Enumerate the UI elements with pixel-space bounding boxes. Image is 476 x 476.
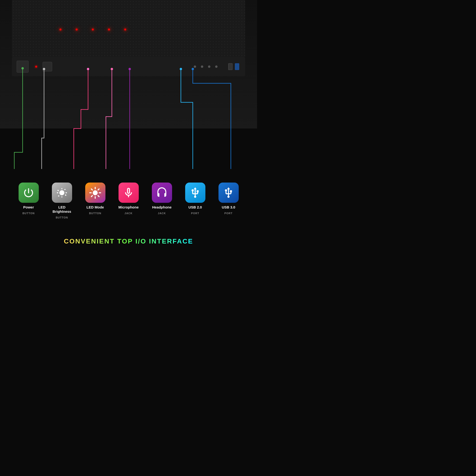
icon-item-led-brightness: LED Brightness BUTTON (49, 183, 75, 219)
usb2-icon (189, 187, 201, 199)
io-usb3-port (235, 63, 239, 70)
icon-item-power: Power BUTTON (16, 183, 42, 215)
headphone-label-main: Headphone (152, 205, 171, 209)
usb3-icon (222, 187, 235, 199)
io-panel (12, 57, 245, 76)
icon-box-usb3 (219, 183, 239, 203)
headphone-label-sub: JACK (158, 212, 166, 215)
icons-row: Power BUTTON LED Brightness BUTTON LED M… (0, 183, 257, 219)
pc-led-1 (60, 29, 61, 31)
pc-led-5 (124, 29, 126, 31)
svg-point-8 (93, 190, 98, 195)
led-brightness-label-sub: BUTTON (56, 216, 68, 219)
usb2-label-main: USB 2.0 (188, 205, 202, 209)
usb3-label-main: USB 3.0 (222, 205, 235, 209)
pc-mesh (12, 0, 245, 57)
power-icon (23, 187, 34, 199)
io-led-indicator (35, 66, 37, 68)
svg-point-7 (60, 191, 64, 194)
pc-led-2 (76, 29, 78, 31)
icon-item-headphone: Headphone JACK (149, 183, 175, 215)
usb3-label-sub: PORT (224, 212, 233, 215)
io-reset-button (43, 62, 52, 71)
icon-box-led-brightness (52, 183, 72, 203)
io-audio-port-4 (215, 66, 218, 68)
led-brightness-label-main: LED Brightness (49, 205, 75, 214)
icon-item-microphone: Microphone JACK (116, 183, 142, 215)
pc-led-4 (108, 29, 110, 31)
io-audio-port-3 (208, 66, 210, 68)
sun-icon (89, 187, 101, 199)
pc-leds (60, 29, 126, 31)
power-label-sub: BUTTON (22, 212, 35, 215)
icon-item-led-mode: LED Mode BUTTON (82, 183, 108, 215)
usb2-label-sub: PORT (191, 212, 200, 215)
bottom-title: CONVENIENT TOP I/O INTERFACE (0, 238, 257, 245)
brightness-icon (56, 187, 68, 199)
power-label-main: Power (23, 205, 34, 209)
icon-box-microphone (119, 183, 139, 203)
headphone-icon (156, 187, 168, 199)
io-audio-port-1 (194, 66, 196, 68)
icon-box-usb2 (185, 183, 205, 203)
io-usb2-port (228, 63, 233, 70)
pc-led-3 (92, 29, 94, 31)
icon-box-led-mode (85, 183, 105, 203)
microphone-label-sub: JACK (124, 212, 133, 215)
led-mode-label-sub: BUTTON (89, 212, 102, 215)
led-mode-label-main: LED Mode (86, 205, 104, 209)
icon-box-power (18, 183, 39, 203)
icon-box-headphone (152, 183, 172, 203)
io-audio-port-2 (201, 66, 203, 68)
icon-item-usb3: USB 3.0 PORT (215, 183, 241, 215)
io-power-button (17, 61, 29, 73)
microphone-icon (122, 187, 135, 199)
icon-item-usb2: USB 2.0 PORT (182, 183, 208, 215)
microphone-label-main: Microphone (119, 205, 139, 209)
